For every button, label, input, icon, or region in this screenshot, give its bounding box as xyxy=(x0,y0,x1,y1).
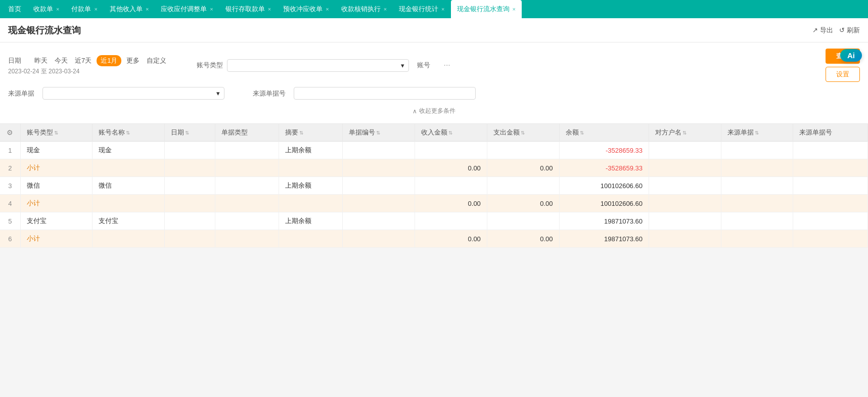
settings-button[interactable]: 设置 xyxy=(826,67,860,82)
table-row: 4 小计 0.00 0.00 100102606.60 xyxy=(0,195,868,212)
close-icon[interactable]: × xyxy=(326,6,329,12)
source-doc-label: 来源单据 xyxy=(8,89,34,98)
col-summary[interactable]: 摘要⇅ xyxy=(279,124,343,142)
col-balance[interactable]: 余额⇅ xyxy=(559,124,649,142)
row-doc-no xyxy=(343,230,415,248)
row-source-doc-no xyxy=(793,177,868,195)
settings-column-header[interactable]: ⚙ xyxy=(0,124,20,142)
row-source-doc-no xyxy=(793,159,868,177)
top-navigation: 首页 收款单 × 付款单 × 其他收入单 × 应收应付调整单 × 银行存取款单 … xyxy=(0,0,868,18)
row-doc-type xyxy=(215,230,279,248)
col-source-doc-no[interactable]: 来源单据号 xyxy=(793,124,868,142)
export-icon: ↗ xyxy=(812,26,818,34)
col-account-type[interactable]: 账号类型⇅ xyxy=(20,124,93,142)
date-btn-7days[interactable]: 近7天 xyxy=(73,55,94,66)
row-no: 5 xyxy=(0,212,20,230)
ai-button[interactable]: Ai xyxy=(840,49,862,62)
row-source-doc xyxy=(721,159,793,177)
date-btn-yesterday[interactable]: 昨天 xyxy=(32,55,50,66)
row-source-doc-no xyxy=(793,212,868,230)
nav-item-付款单[interactable]: 付款单 × xyxy=(65,0,103,18)
filter-area: 日期 昨天 今天 近7天 近1月 更多 自定义 2023-02-24 至 202… xyxy=(0,42,868,124)
row-date xyxy=(164,159,215,177)
row-account-type: 微信 xyxy=(20,177,93,195)
nav-item-现金银行统计[interactable]: 现金银行统计 × xyxy=(393,0,450,18)
date-btn-today[interactable]: 今天 xyxy=(53,55,70,66)
row-account-type: 小计 xyxy=(20,159,93,177)
close-icon[interactable]: × xyxy=(441,6,444,12)
nav-item-银行存取款单[interactable]: 银行存取款单 × xyxy=(219,0,277,18)
nav-home[interactable]: 首页 xyxy=(2,0,27,18)
row-expense xyxy=(487,212,559,230)
row-counterparty xyxy=(649,212,721,230)
close-icon[interactable]: × xyxy=(56,6,59,12)
account-type-dropdown[interactable]: ▾ xyxy=(227,59,409,72)
source-doc-dropdown[interactable]: ▾ xyxy=(42,87,224,100)
row-doc-type xyxy=(215,159,279,177)
row-doc-no xyxy=(343,159,415,177)
row-summary: 上期余额 xyxy=(279,177,343,195)
col-counterparty[interactable]: 对方户名⇅ xyxy=(649,124,721,142)
nav-item-其他收入单[interactable]: 其他收入单 × xyxy=(104,0,155,18)
account-type-label: 账号类型 xyxy=(197,61,223,70)
row-account-type: 小计 xyxy=(20,195,93,212)
table-row: 2 小计 0.00 0.00 -3528659.33 xyxy=(0,159,868,177)
row-counterparty xyxy=(649,230,721,248)
close-icon[interactable]: × xyxy=(146,6,149,12)
close-icon[interactable]: × xyxy=(384,6,387,12)
nav-item-预收冲应收单[interactable]: 预收冲应收单 × xyxy=(277,0,335,18)
row-no: 6 xyxy=(0,230,20,248)
account-dots[interactable]: ··· xyxy=(441,59,452,72)
col-doc-no[interactable]: 单据编号⇅ xyxy=(343,124,415,142)
nav-item-收款核销执行[interactable]: 收款核销执行 × xyxy=(335,0,393,18)
row-income: 0.00 xyxy=(415,195,487,212)
nav-item-收款单[interactable]: 收款单 × xyxy=(27,0,65,18)
table-row: 3 微信 微信 上期余额 100102606.60 xyxy=(0,177,868,195)
filter-row-1: 日期 昨天 今天 近7天 近1月 更多 自定义 2023-02-24 至 202… xyxy=(8,49,860,82)
nav-item-现金银行流水查询[interactable]: 现金银行流水查询 × xyxy=(451,0,522,18)
page-header: 现金银行流水查询 ↗ 导出 ↺ 刷新 xyxy=(0,18,868,42)
row-no: 1 xyxy=(0,142,20,159)
col-date[interactable]: 日期⇅ xyxy=(164,124,215,142)
collapse-bar[interactable]: ∧ 收起更多条件 xyxy=(8,105,860,117)
row-expense xyxy=(487,177,559,195)
row-summary xyxy=(279,195,343,212)
account-type-filter: 账号类型 ▾ xyxy=(197,59,409,72)
col-income[interactable]: 收入金额⇅ xyxy=(415,124,487,142)
row-doc-no xyxy=(343,177,415,195)
export-button[interactable]: ↗ 导出 xyxy=(812,26,833,35)
col-source-doc[interactable]: 来源单据⇅ xyxy=(721,124,793,142)
date-btn-more[interactable]: 更多 xyxy=(124,55,142,66)
row-source-doc xyxy=(721,230,793,248)
account-filter: 账号 ··· xyxy=(417,59,452,72)
col-account-name[interactable]: 账号名称⇅ xyxy=(93,124,165,142)
date-btn-1month[interactable]: 近1月 xyxy=(97,55,121,66)
date-buttons: 昨天 今天 近7天 近1月 更多 自定义 xyxy=(32,55,168,66)
row-account-type: 小计 xyxy=(20,230,93,248)
row-income xyxy=(415,142,487,159)
row-account-name xyxy=(93,230,165,248)
close-icon[interactable]: × xyxy=(513,6,516,12)
row-expense: 0.00 xyxy=(487,159,559,177)
row-summary xyxy=(279,159,343,177)
row-balance: -3528659.33 xyxy=(559,159,649,177)
collapse-label: 收起更多条件 xyxy=(419,107,455,115)
row-source-doc-no xyxy=(793,195,868,212)
table-row: 1 现金 现金 上期余额 -3528659.33 xyxy=(0,142,868,159)
refresh-button[interactable]: ↺ 刷新 xyxy=(839,26,860,35)
close-icon[interactable]: × xyxy=(94,6,97,12)
close-icon[interactable]: × xyxy=(268,6,271,12)
col-expense[interactable]: 支出金额⇅ xyxy=(487,124,559,142)
row-balance: -3528659.33 xyxy=(559,142,649,159)
row-date xyxy=(164,212,215,230)
col-doc-type[interactable]: 单据类型 xyxy=(215,124,279,142)
row-income xyxy=(415,177,487,195)
row-account-type: 现金 xyxy=(20,142,93,159)
nav-item-应收应付调整单[interactable]: 应收应付调整单 × xyxy=(155,0,219,18)
close-icon[interactable]: × xyxy=(210,6,213,12)
row-account-name xyxy=(93,195,165,212)
date-btn-custom[interactable]: 自定义 xyxy=(145,55,168,66)
source-doc-num-input[interactable] xyxy=(294,87,476,100)
gear-icon: ⚙ xyxy=(7,128,13,137)
table-header-row: ⚙ 账号类型⇅ 账号名称⇅ 日期⇅ 单据类型 摘要⇅ 单据编号⇅ 收入金额⇅ 支… xyxy=(0,124,868,142)
